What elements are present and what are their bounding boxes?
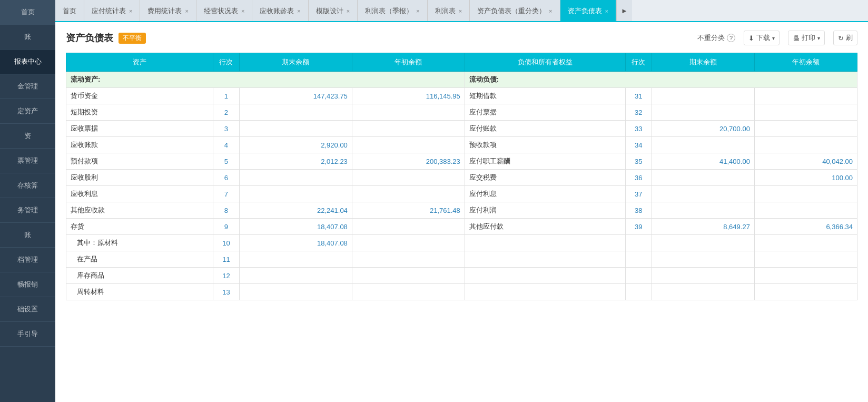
liability-name[interactable] — [465, 235, 625, 251]
tab-close-profit-quarter[interactable]: × — [416, 8, 419, 14]
end-balance[interactable]: 147,423.75 — [239, 88, 352, 104]
asset-name[interactable]: 其他应收款 — [66, 202, 213, 219]
end-balance[interactable]: 18,407.08 — [239, 219, 352, 235]
end-balance2[interactable] — [652, 104, 754, 121]
asset-name[interactable]: 应收利息 — [66, 186, 213, 202]
year-start-balance2[interactable] — [754, 121, 857, 137]
sidebar-item-tax-mgmt[interactable]: 务管理 — [0, 198, 55, 223]
year-start-balance2[interactable] — [754, 104, 857, 121]
year-start-balance[interactable] — [352, 284, 465, 300]
end-balance[interactable]: 22,241.04 — [239, 202, 352, 219]
end-balance2[interactable] — [652, 137, 754, 153]
tab-close-ap-stat[interactable]: × — [129, 8, 132, 14]
tab-ar-aging[interactable]: 应收账龄表 × — [252, 0, 308, 22]
help-icon[interactable]: ? — [727, 34, 735, 42]
tab-close-template-design[interactable]: × — [347, 8, 350, 14]
asset-name[interactable]: 货币资金 — [66, 88, 213, 104]
year-start-balance[interactable] — [352, 104, 465, 121]
sidebar-item-guide[interactable]: 手引导 — [0, 322, 55, 347]
year-start-balance[interactable]: 200,383.23 — [352, 153, 465, 170]
sidebar-item-fixed-assets[interactable]: 定资产 — [0, 99, 55, 124]
sidebar-item-ledger[interactable]: 账 — [0, 223, 55, 248]
tab-profit[interactable]: 利润表 × — [428, 0, 470, 22]
asset-name[interactable]: 库存商品 — [66, 268, 213, 284]
tab-home[interactable]: 首页 — [55, 0, 84, 22]
sidebar-item-basic-settings[interactable]: 础设置 — [0, 297, 55, 322]
year-start-balance2[interactable]: 40,042.00 — [754, 153, 857, 170]
tab-close-profit[interactable]: × — [459, 8, 462, 14]
tab-ap-stat[interactable]: 应付统计表 × — [84, 0, 140, 22]
tab-balance-reclassified[interactable]: 资产负债表（重分类） × — [470, 0, 560, 22]
end-balance[interactable] — [239, 121, 352, 137]
liability-name[interactable]: 应付利息 — [465, 186, 625, 202]
year-start-balance2[interactable] — [754, 137, 857, 153]
sidebar-item-invest[interactable]: 资 — [0, 124, 55, 149]
end-balance[interactable]: 18,407.08 — [239, 235, 352, 251]
year-start-balance2[interactable]: 100.00 — [754, 170, 857, 186]
year-start-balance2[interactable] — [754, 235, 857, 251]
tab-close-expense-stat[interactable]: × — [185, 8, 188, 14]
sidebar-item-inventory[interactable]: 存核算 — [0, 173, 55, 198]
end-balance2[interactable] — [652, 88, 754, 104]
asset-name[interactable]: 预付款项 — [66, 153, 213, 170]
sidebar-item-fund-mgmt[interactable]: 金管理 — [0, 74, 55, 99]
tab-scroll-right[interactable]: ► — [616, 0, 632, 21]
sidebar-item-sales[interactable]: 畅报销 — [0, 272, 55, 297]
end-balance[interactable] — [239, 186, 352, 202]
end-balance[interactable] — [239, 284, 352, 300]
tab-expense-stat[interactable]: 费用统计表 × — [140, 0, 196, 22]
end-balance[interactable]: 2,012.23 — [239, 153, 352, 170]
end-balance2[interactable] — [652, 284, 754, 300]
liability-name[interactable]: 应付职工薪酬 — [465, 153, 625, 170]
year-start-balance[interactable]: 116,145.95 — [352, 88, 465, 104]
tab-close-balance-reclassified[interactable]: × — [549, 8, 552, 14]
tab-template-design[interactable]: 模版设计 × — [309, 0, 358, 22]
end-balance2[interactable] — [652, 202, 754, 219]
sidebar-item-report-center[interactable]: 报表中心 — [0, 50, 55, 74]
year-start-balance[interactable] — [352, 170, 465, 186]
year-start-balance2[interactable] — [754, 202, 857, 219]
sidebar-item-ticket-mgmt[interactable]: 票管理 — [0, 149, 55, 173]
end-balance2[interactable]: 8,649.27 — [652, 219, 754, 235]
liability-name[interactable]: 应付利润 — [465, 202, 625, 219]
end-balance[interactable] — [239, 170, 352, 186]
asset-name[interactable]: 存货 — [66, 219, 213, 235]
year-start-balance2[interactable] — [754, 186, 857, 202]
tab-profit-quarter[interactable]: 利润表（季报） × — [358, 0, 427, 22]
print-btn[interactable]: 🖶 打印 ▾ — [788, 31, 825, 45]
liability-name[interactable]: 短期借款 — [465, 88, 625, 104]
refresh-btn[interactable]: ↻ 刷 — [833, 31, 857, 45]
asset-name[interactable]: 应收票据 — [66, 121, 213, 137]
tab-close-operation-stat[interactable]: × — [241, 8, 244, 14]
year-start-balance[interactable] — [352, 121, 465, 137]
sidebar-item-home[interactable]: 首页 — [0, 0, 55, 25]
year-start-balance2[interactable] — [754, 284, 857, 300]
liability-name[interactable]: 应交税费 — [465, 170, 625, 186]
end-balance2[interactable] — [652, 268, 754, 284]
tab-balance-sheet[interactable]: 资产负债表 × — [560, 0, 616, 22]
no-reclassify-btn[interactable]: 不重分类 ? — [697, 33, 735, 43]
end-balance[interactable] — [239, 104, 352, 121]
year-start-balance[interactable] — [352, 268, 465, 284]
liability-name[interactable]: 预收款项 — [465, 137, 625, 153]
end-balance2[interactable] — [652, 251, 754, 268]
liability-name[interactable]: 其他应付款 — [465, 219, 625, 235]
liability-name[interactable] — [465, 251, 625, 268]
asset-name[interactable]: 其中：原材料 — [66, 235, 213, 251]
tab-close-balance-sheet[interactable]: × — [605, 8, 608, 14]
asset-name[interactable]: 在产品 — [66, 251, 213, 268]
tab-close-ar-aging[interactable]: × — [297, 8, 300, 14]
end-balance2[interactable]: 20,700.00 — [652, 121, 754, 137]
year-start-balance[interactable] — [352, 219, 465, 235]
end-balance[interactable] — [239, 268, 352, 284]
end-balance[interactable] — [239, 251, 352, 268]
asset-name[interactable]: 应收股利 — [66, 170, 213, 186]
year-start-balance[interactable] — [352, 251, 465, 268]
end-balance[interactable]: 2,920.00 — [239, 137, 352, 153]
end-balance2[interactable] — [652, 170, 754, 186]
year-start-balance2[interactable] — [754, 88, 857, 104]
download-btn[interactable]: ⬇ 下载 ▾ — [744, 31, 780, 45]
year-start-balance[interactable] — [352, 235, 465, 251]
year-start-balance[interactable] — [352, 186, 465, 202]
end-balance2[interactable] — [652, 235, 754, 251]
